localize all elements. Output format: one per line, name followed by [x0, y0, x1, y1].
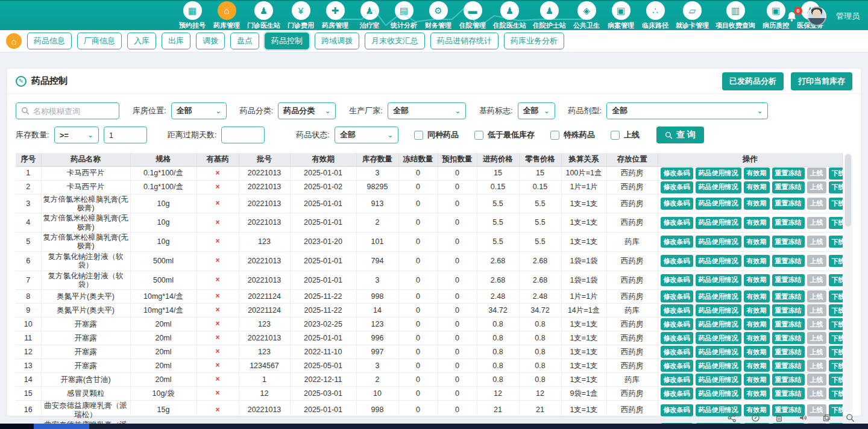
offline-button[interactable]: 下线 — [829, 332, 843, 344]
reset-freeze-button[interactable]: 重置冻结 — [772, 198, 805, 210]
drug-category-select[interactable]: 药品分类⌄ — [278, 102, 336, 119]
offline-button[interactable]: 下线 — [829, 387, 843, 399]
browser-icon[interactable] — [751, 413, 760, 422]
online-button[interactable]: 上线 — [807, 168, 826, 180]
query-button[interactable]: 查 询 — [656, 127, 704, 143]
reset-freeze-button[interactable]: 重置冻结 — [772, 318, 805, 330]
reset-freeze-button[interactable]: 重置冻结 — [772, 181, 805, 193]
reset-freeze-button[interactable]: 重置冻结 — [772, 387, 805, 399]
edit-barcode-button[interactable]: 修改条码 — [661, 318, 693, 330]
expiry-button[interactable]: 有效期 — [744, 290, 770, 302]
online-button[interactable]: 上线 — [807, 274, 826, 286]
offline-button[interactable]: 下线 — [829, 181, 843, 193]
toolbar-button-drug-info[interactable]: 药品信息 — [27, 33, 72, 49]
stock-qty-input[interactable] — [104, 127, 147, 143]
name-search-input[interactable] — [16, 102, 119, 119]
toolbar-button-purchase-sale-stock[interactable]: 药品进销存统计 — [430, 33, 498, 49]
toolbar-button-stock-in[interactable]: 入库 — [127, 33, 156, 49]
offline-button[interactable]: 下线 — [829, 168, 843, 180]
checkbox-below-min-stock[interactable]: 低于最低库存 — [474, 130, 535, 140]
expiry-button[interactable]: 有效期 — [744, 360, 770, 372]
online-button[interactable]: 上线 — [807, 360, 826, 372]
offline-button[interactable]: 下线 — [829, 318, 843, 330]
reset-freeze-button[interactable]: 重置冻结 — [772, 346, 805, 358]
drug-usage-button[interactable]: 药品使用情况 — [696, 360, 741, 372]
expiry-button[interactable]: 有效期 — [744, 387, 770, 399]
basemed-flag-select[interactable]: 全部⌄ — [518, 102, 555, 119]
network-icon[interactable] — [728, 413, 737, 422]
edit-barcode-button[interactable]: 修改条码 — [661, 404, 693, 416]
warehouse-location-select[interactable]: 全部⌄ — [171, 102, 227, 119]
online-button[interactable]: 上线 — [807, 387, 826, 399]
drug-usage-button[interactable]: 药品使用情况 — [696, 198, 741, 210]
edit-barcode-button[interactable]: 修改条码 — [661, 332, 693, 344]
reset-freeze-button[interactable]: 重置冻结 — [772, 217, 805, 229]
nav-item-clinical-pathway[interactable]: ∴临床路径 — [641, 1, 669, 30]
online-button[interactable]: 上线 — [807, 332, 826, 344]
drug-usage-button[interactable]: 药品使用情况 — [696, 304, 741, 316]
scrollbar-thumb[interactable] — [845, 154, 851, 227]
toolbar-button-transfer[interactable]: 调拨 — [196, 33, 225, 49]
expiry-button[interactable]: 有效期 — [744, 198, 770, 210]
expiry-days-input[interactable] — [221, 127, 265, 143]
expiry-button[interactable]: 有效期 — [744, 236, 770, 248]
offline-button[interactable]: 下线 — [829, 274, 843, 286]
table-scrollbar[interactable] — [844, 153, 852, 413]
reset-freeze-button[interactable]: 重置冻结 — [772, 168, 805, 180]
edit-barcode-button[interactable]: 修改条码 — [661, 290, 693, 302]
edit-barcode-button[interactable]: 修改条码 — [661, 304, 693, 316]
edit-barcode-button[interactable]: 修改条码 — [661, 236, 693, 248]
drug-usage-button[interactable]: 药品使用情况 — [696, 346, 741, 358]
offline-button[interactable]: 下线 — [829, 360, 843, 372]
edit-barcode-button[interactable]: 修改条码 — [661, 274, 693, 286]
drug-usage-button[interactable]: 药品使用情况 — [696, 318, 741, 330]
offline-button[interactable]: 下线 — [829, 374, 843, 386]
edit-barcode-button[interactable]: 修改条码 — [661, 217, 693, 229]
nav-item-pharmacy-mgmt[interactable]: ✚药房管理 — [321, 1, 349, 30]
expiry-button[interactable]: 有效期 — [744, 332, 770, 344]
nav-item-public-health[interactable]: ◈公共卫生 — [573, 1, 600, 30]
toolbar-button-vendor-info[interactable]: 厂商信息 — [77, 33, 122, 49]
edit-pencil-icon[interactable]: ✎ — [767, 10, 776, 23]
online-button[interactable]: 上线 — [807, 198, 826, 210]
expiry-button[interactable]: 有效期 — [744, 374, 770, 386]
drug-usage-button[interactable]: 药品使用情况 — [696, 374, 741, 386]
online-button[interactable]: 上线 — [807, 318, 826, 330]
toolbar-button-month-summary[interactable]: 月末收支汇总 — [365, 33, 425, 49]
dosage-form-select[interactable]: 全部⌄ — [606, 102, 768, 119]
volume-icon[interactable] — [798, 413, 808, 422]
manufacturer-select[interactable]: 全部⌄ — [388, 102, 466, 119]
edit-barcode-button[interactable]: 修改条码 — [661, 360, 693, 372]
offline-button[interactable]: 下线 — [829, 346, 843, 358]
toolbar-button-stocktake[interactable]: 盘点 — [230, 33, 259, 49]
nav-item-outpatient-doctor[interactable]: ♟门诊医生站 — [247, 1, 280, 30]
checkbox-special-drug[interactable]: 特殊药品 — [550, 130, 595, 140]
online-button[interactable]: 上线 — [807, 255, 826, 267]
reset-freeze-button[interactable]: 重置冻结 — [772, 290, 805, 302]
expiry-button[interactable]: 有效期 — [744, 304, 770, 316]
reset-freeze-button[interactable]: 重置冻结 — [772, 374, 805, 386]
drug-usage-button[interactable]: 药品使用情况 — [696, 332, 741, 344]
nav-item-medical-records[interactable]: ▣病案管理 — [607, 1, 635, 30]
os-taskbar[interactable] — [0, 424, 868, 429]
online-button[interactable]: 上线 — [807, 236, 826, 248]
home-icon[interactable]: ⌂ — [6, 33, 22, 49]
offline-button[interactable]: 下线 — [829, 255, 843, 267]
edit-barcode-button[interactable]: 修改条码 — [661, 374, 693, 386]
reset-freeze-button[interactable]: 重置冻结 — [772, 255, 805, 267]
drug-usage-button[interactable]: 药品使用情况 — [696, 387, 741, 399]
expiry-button[interactable]: 有效期 — [744, 181, 770, 193]
drug-usage-button[interactable]: 药品使用情况 — [696, 236, 741, 248]
offline-button[interactable]: 下线 — [829, 304, 843, 316]
online-button[interactable]: 上线 — [807, 217, 826, 229]
online-button[interactable]: 上线 — [807, 181, 826, 193]
online-button[interactable]: 上线 — [807, 374, 826, 386]
nav-item-fee-query[interactable]: ▥项目收费查询 — [715, 1, 755, 30]
reset-freeze-button[interactable]: 重置冻结 — [772, 304, 805, 316]
reset-freeze-button[interactable]: 重置冻结 — [772, 360, 805, 372]
online-button[interactable]: 上线 — [807, 346, 826, 358]
checkbox-online[interactable]: 上线 — [611, 130, 640, 140]
edit-barcode-button[interactable]: 修改条码 — [661, 198, 693, 210]
windows-icon[interactable] — [822, 413, 831, 422]
drug-usage-button[interactable]: 药品使用情况 — [696, 255, 741, 267]
